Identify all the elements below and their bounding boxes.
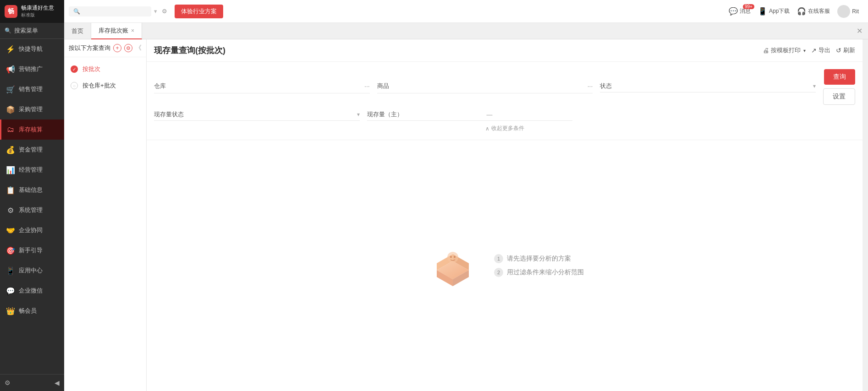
sidebar-item-sales[interactable]: 🛒 销售管理 bbox=[0, 79, 64, 99]
empty-state: 1 请先选择要分析的方案 2 用过滤条件来缩小分析范围 bbox=[147, 140, 863, 391]
tab-close-icon[interactable]: × bbox=[131, 27, 134, 34]
app-icon: 📱 bbox=[6, 266, 15, 275]
product-filter: 商品 ··· bbox=[377, 81, 593, 93]
query-header: 现存量查询(按批次) 🖨 按模板打印 ▾ ↗ 导出 ↺ 刷新 bbox=[147, 39, 863, 62]
circle-gray-icon: ○ bbox=[71, 82, 78, 89]
enterprise-icon: 🤝 bbox=[6, 226, 15, 235]
experience-button[interactable]: 体验行业方案 bbox=[175, 5, 223, 18]
system-icon: ⚙ bbox=[6, 206, 15, 215]
sidebar-item-label: 资金管理 bbox=[19, 146, 43, 154]
query-button[interactable]: 查询 bbox=[824, 69, 855, 85]
scheme-settings-button[interactable]: ⚙ bbox=[124, 44, 132, 52]
sales-icon: 🛒 bbox=[6, 85, 15, 94]
warehouse-input[interactable] bbox=[170, 81, 363, 91]
sidebar-item-system[interactable]: ⚙ 系统管理 bbox=[0, 200, 64, 220]
stock-quantity-min-input[interactable] bbox=[407, 111, 484, 118]
tab-inventory-batch[interactable]: 库存批次账 × bbox=[91, 23, 142, 39]
app-download-button[interactable]: 📱 App下载 bbox=[758, 7, 790, 16]
topbar-search[interactable]: 🔍 bbox=[69, 6, 151, 16]
avatar-img bbox=[837, 5, 850, 18]
refresh-label: 刷新 bbox=[843, 46, 855, 54]
guide-icon: 🎯 bbox=[6, 246, 15, 255]
empty-svg-icon bbox=[430, 243, 476, 288]
sidebar-collapse-icon[interactable]: ◀ bbox=[55, 379, 60, 386]
status-filter: 状态 ▾ bbox=[600, 82, 816, 92]
tab-active-label: 库存批次账 bbox=[99, 27, 128, 35]
stock-status-dropdown-icon[interactable]: ▾ bbox=[357, 111, 360, 118]
print-dropdown-icon[interactable]: ▾ bbox=[803, 48, 806, 53]
app-subtitle: 标准版 bbox=[21, 12, 54, 18]
export-label: 导出 bbox=[819, 46, 830, 54]
right-scrollbar[interactable] bbox=[863, 39, 868, 391]
basic-icon: 📋 bbox=[6, 185, 15, 195]
sidebar-item-finance[interactable]: 💰 资金管理 bbox=[0, 140, 64, 160]
sidebar-item-label: 营销推广 bbox=[19, 65, 43, 73]
main-area: 🔍 ▾ ⚙ 体验行业方案 💬 消息 99+ 📱 App下载 🎧 在线客服 Ri bbox=[64, 0, 868, 391]
sidebar-item-member[interactable]: 👑 畅会员 bbox=[0, 301, 64, 321]
user-name: Rit bbox=[852, 8, 859, 15]
scheme-item-batch[interactable]: ✓ 按批次 bbox=[64, 61, 146, 77]
scheme-batch-label: 按批次 bbox=[82, 65, 100, 73]
refresh-button[interactable]: ↺ 刷新 bbox=[836, 46, 855, 54]
sidebar-item-label: 应用中心 bbox=[19, 266, 43, 275]
filter-row-2: 现存量状态 ▾ 现存量（主） — bbox=[154, 110, 855, 121]
scheme-add-button[interactable]: + bbox=[113, 44, 121, 52]
scheme-header-label: 按以下方案查询 bbox=[69, 44, 110, 52]
sidebar-item-enterprise[interactable]: 🤝 企业协同 bbox=[0, 220, 64, 240]
topbar-right: 💬 消息 99+ 📱 App下载 🎧 在线客服 Rit bbox=[729, 5, 863, 18]
scheme-collapse-button[interactable]: 《 bbox=[135, 44, 142, 52]
sidebar-item-label: 基础信息 bbox=[19, 186, 43, 194]
sidebar-item-marketing[interactable]: 📢 营销推广 bbox=[0, 59, 64, 79]
user-avatar[interactable]: Rit bbox=[837, 5, 859, 18]
shortcut-icon: ⚡ bbox=[6, 44, 15, 54]
sidebar-settings-icon[interactable]: ⚙ bbox=[5, 379, 11, 386]
sidebar-item-label: 系统管理 bbox=[19, 206, 43, 214]
download-icon: 📱 bbox=[758, 7, 767, 16]
sidebar-item-operations[interactable]: 📊 经营管理 bbox=[0, 160, 64, 180]
print-button[interactable]: 🖨 按模板打印 ▾ bbox=[763, 46, 806, 54]
sidebar-item-shortcut[interactable]: ⚡ 快捷导航 bbox=[0, 39, 64, 59]
export-icon: ↗ bbox=[811, 47, 817, 54]
warehouse-label: 仓库 bbox=[154, 82, 166, 90]
app-info: 畅康通好生意 标准版 bbox=[21, 5, 54, 18]
scheme-header-actions: + ⚙ 《 bbox=[113, 44, 142, 52]
tab-home[interactable]: 首页 bbox=[64, 23, 91, 39]
sidebar-item-label: 销售管理 bbox=[19, 85, 43, 93]
sidebar-item-wechat[interactable]: 💬 企业微信 bbox=[0, 281, 64, 301]
messages-button[interactable]: 💬 消息 99+ bbox=[729, 7, 751, 16]
tab-bar: 首页 库存批次账 × ✕ bbox=[64, 23, 868, 39]
topbar-dropdown-icon[interactable]: ▾ bbox=[154, 8, 157, 15]
sidebar-item-app[interactable]: 📱 应用中心 bbox=[0, 261, 64, 281]
collapse-filter-icon: ∧ bbox=[485, 125, 489, 132]
sidebar-item-guide[interactable]: 🎯 新手引导 bbox=[0, 240, 64, 261]
product-input[interactable] bbox=[393, 81, 586, 91]
sidebar-header: 畅 畅康通好生意 标准版 bbox=[0, 0, 64, 23]
stock-status-label: 现存量状态 bbox=[154, 110, 184, 119]
sidebar-item-purchase[interactable]: 📦 采购管理 bbox=[0, 99, 64, 119]
warehouse-more-icon[interactable]: ··· bbox=[364, 82, 370, 90]
sidebar: 畅 畅康通好生意 标准版 🔍 搜索菜单 ⚡ 快捷导航 📢 营销推广 🛒 销售管理… bbox=[0, 0, 64, 391]
stock-quantity-max-input[interactable] bbox=[495, 111, 573, 118]
tip-2-text: 用过滤条件来缩小分析范围 bbox=[507, 268, 584, 277]
print-icon: 🖨 bbox=[763, 47, 769, 54]
app-title: 畅康通好生意 bbox=[21, 5, 54, 12]
topbar-gear-icon[interactable]: ⚙ bbox=[162, 8, 167, 15]
tab-panel-close-icon[interactable]: ✕ bbox=[851, 27, 868, 35]
collapse-filter-button[interactable]: ∧ 收起更多条件 bbox=[154, 121, 855, 132]
export-button[interactable]: ↗ 导出 bbox=[811, 46, 830, 54]
empty-tip-1: 1 请先选择要分析的方案 bbox=[494, 254, 584, 263]
online-service-label: 在线客服 bbox=[808, 7, 830, 15]
scheme-item-warehouse-batch[interactable]: ○ 按仓库+批次 bbox=[64, 77, 146, 94]
scheme-list: ✓ 按批次 ○ 按仓库+批次 bbox=[64, 57, 146, 391]
search-menu[interactable]: 🔍 搜索菜单 bbox=[0, 23, 64, 39]
product-more-icon[interactable]: ··· bbox=[588, 82, 593, 90]
settings-button[interactable]: 设置 bbox=[823, 88, 855, 105]
sidebar-item-inventory[interactable]: 🗂 库存核算 bbox=[0, 119, 64, 140]
status-dropdown-icon[interactable]: ▾ bbox=[813, 83, 816, 89]
sidebar-item-basic[interactable]: 📋 基础信息 bbox=[0, 180, 64, 200]
scheme-header: 按以下方案查询 + ⚙ 《 bbox=[64, 39, 146, 57]
online-service-button[interactable]: 🎧 在线客服 bbox=[797, 7, 830, 16]
service-icon: 🎧 bbox=[797, 7, 806, 16]
member-icon: 👑 bbox=[6, 306, 15, 315]
stock-quantity-label: 现存量（主） bbox=[367, 110, 403, 119]
